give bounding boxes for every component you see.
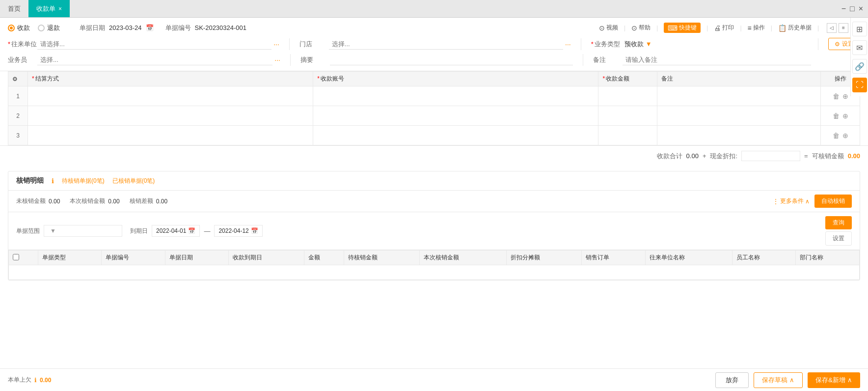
summary-input[interactable]	[330, 55, 573, 65]
filter-settings-button[interactable]: 设置	[825, 231, 852, 246]
date-start-picker[interactable]: 2022-04-01 📅	[152, 225, 200, 237]
delete-icon-2[interactable]: 🗑	[833, 112, 840, 120]
counterpart-more-icon[interactable]: ···	[273, 40, 279, 48]
maximize-icon[interactable]: □	[850, 4, 855, 13]
col-no-header: 单据编号	[102, 251, 165, 265]
store-input[interactable]	[329, 39, 563, 50]
remark-cell-1[interactable]	[657, 86, 821, 106]
shortcut-label: 快捷键	[679, 24, 697, 32]
unverified-value: 0.00	[49, 198, 60, 205]
copy-icon-1[interactable]: ⊕	[842, 92, 848, 100]
account-cell-2[interactable]	[313, 106, 598, 126]
history-btn[interactable]: 📋 历史单据	[778, 24, 812, 32]
writeoff-section: 核销明细 ℹ 待核销单据(0笔) 已核销单据(0笔) 未核销金额 0.00 本次…	[8, 171, 860, 280]
abandon-button[interactable]: 放弃	[715, 372, 749, 388]
settlement-cell-3[interactable]	[28, 126, 313, 145]
tab-receipt-close[interactable]: ×	[58, 5, 62, 12]
sidebar-link-icon[interactable]: 🔗	[852, 59, 867, 74]
remark-input[interactable]	[623, 55, 811, 65]
counterpart-field: 往来单位 ···	[8, 39, 279, 50]
store-field: 门店 ···	[299, 39, 571, 50]
video-label: 视频	[606, 24, 618, 32]
equals-sign: =	[804, 152, 808, 160]
account-cell-3[interactable]	[313, 126, 598, 145]
layout-btn-list[interactable]: ≡	[839, 23, 848, 33]
print-btn[interactable]: 🖨 打印	[714, 24, 734, 32]
tab-home[interactable]: 首页	[0, 0, 28, 17]
form-header: 收款 退款 单据日期 2023-03-24 📅 单据编号 SK-20230324…	[0, 18, 868, 71]
calendar-icon[interactable]: 📅	[146, 24, 154, 31]
pending-tab[interactable]: 待核销单据(0笔)	[62, 177, 105, 185]
shortcut-btn[interactable]: ⌨ 快捷键	[664, 23, 701, 33]
date-end-picker[interactable]: 2022-04-12 📅	[214, 225, 262, 237]
query-label: 查询	[833, 219, 844, 226]
operation-btn[interactable]: ≡ 操作	[748, 24, 765, 32]
save-new-label: 保存&新增	[815, 376, 845, 385]
discount-input[interactable]	[741, 151, 800, 161]
unverified-stat: 未核销金额 0.00	[16, 197, 60, 205]
copy-icon-2[interactable]: ⊕	[842, 112, 848, 120]
total-label: 收款合计	[657, 152, 682, 161]
amount-cell-2[interactable]	[598, 106, 657, 126]
bottom-table-wrapper: 单据类型 单据编号 单据日期 收款到期日 金额 待核销金额 本次核销金额 折扣分…	[8, 250, 860, 280]
radio-refund-label: 退款	[47, 24, 60, 32]
bottom-bar: 本单上欠 ℹ 0.00 放弃 保存草稿 ∧ 保存&新增 ∧	[0, 368, 868, 391]
writeoff-info-icon[interactable]: ℹ	[52, 177, 54, 185]
col-remark-header: 备注	[657, 72, 821, 86]
amount-cell-3[interactable]	[598, 126, 657, 145]
delete-icon-1[interactable]: 🗑	[833, 92, 840, 100]
tab-bar: 首页 收款单 × − □ ×	[0, 0, 868, 18]
store-more-icon[interactable]: ···	[565, 40, 571, 48]
writeoff-header: 核销明细 ℹ 待核销单据(0笔) 已核销单据(0笔)	[8, 171, 860, 191]
right-sidebar: ⊞ ✉ 🔗 ⛶	[850, 18, 868, 96]
amount-cell-1[interactable]	[598, 86, 657, 106]
save-new-button[interactable]: 保存&新增 ∧	[808, 372, 860, 388]
bottom-info: 本单上欠 ℹ 0.00	[8, 376, 51, 384]
writeoff-title: 核销明细	[16, 176, 44, 185]
radio-refund[interactable]: 退款	[38, 24, 60, 32]
account-cell-1[interactable]	[313, 86, 598, 106]
save-draft-button[interactable]: 保存草稿 ∧	[754, 372, 803, 388]
col-type-header: 单据类型	[38, 251, 101, 265]
range-select[interactable]: ▼	[44, 225, 122, 237]
counterpart-input[interactable]	[37, 39, 271, 50]
calendar-end-icon[interactable]: 📅	[251, 227, 258, 234]
layout-btn-left[interactable]: ◁	[827, 23, 837, 33]
close-icon[interactable]: ×	[859, 4, 863, 13]
sidebar-email-icon[interactable]: ✉	[852, 40, 867, 55]
query-button[interactable]: 查询	[825, 216, 852, 229]
copy-icon-3[interactable]: ⊕	[842, 132, 848, 140]
settlement-cell-2[interactable]	[28, 106, 313, 126]
more-conditions-btn[interactable]: ⋮ 更多条件 ∧	[773, 197, 810, 205]
minimize-icon[interactable]: −	[841, 4, 846, 13]
help-btn[interactable]: ⊙ 帮助	[631, 24, 651, 32]
due-date-label: 到期日	[130, 227, 148, 235]
calendar-start-icon[interactable]: 📅	[188, 227, 195, 234]
col-amount-header: 收款金额	[598, 72, 657, 86]
business-type-arrow[interactable]: ▼	[646, 40, 652, 48]
salesperson-input[interactable]	[37, 55, 272, 65]
bottom-info-icon[interactable]: ℹ	[34, 377, 37, 384]
filter-row: 单据范围 ▼ 到期日 2022-04-01 📅 — 2022-04-12 📅	[8, 212, 860, 250]
history-icon: 📋	[778, 24, 787, 32]
row-num-2: 2	[8, 106, 28, 126]
radio-receipt[interactable]: 收款	[8, 24, 30, 32]
remark-cell-3[interactable]	[657, 126, 821, 145]
tab-receipt[interactable]: 收款单 ×	[28, 0, 70, 17]
sidebar-screenshot-icon[interactable]: ⛶	[852, 78, 867, 92]
salesperson-more-icon[interactable]: ···	[274, 56, 280, 64]
completed-tab[interactable]: 已核销单据(0笔)	[112, 177, 155, 185]
auto-writeoff-button[interactable]: 自动核销	[814, 195, 852, 208]
settlement-cell-1[interactable]	[28, 86, 313, 106]
delete-icon-3[interactable]: 🗑	[833, 132, 840, 140]
sidebar-table-icon[interactable]: ⊞	[852, 22, 867, 36]
total-value: 0.00	[686, 152, 699, 160]
settings-table-icon[interactable]: ⚙	[12, 76, 18, 83]
data-table-section: ⚙ 结算方式 收款账号 收款金额 备注 操作 1	[0, 71, 868, 145]
chevron-up-icon: ∧	[805, 198, 810, 205]
col-settings-header[interactable]: ⚙	[8, 72, 28, 86]
history-label: 历史单据	[788, 24, 812, 32]
video-btn[interactable]: ⊙ 视频	[599, 24, 618, 32]
select-all-checkbox[interactable]	[13, 254, 19, 260]
remark-cell-2[interactable]	[657, 106, 821, 126]
